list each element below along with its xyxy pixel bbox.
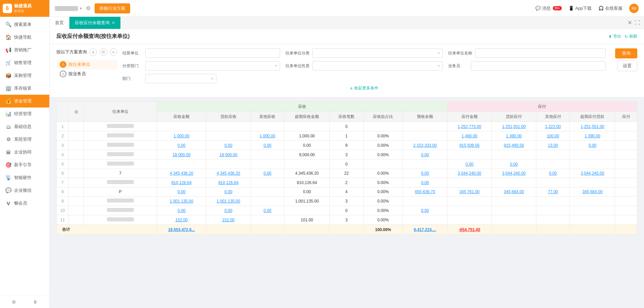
table-cell[interactable]: 0.00 bbox=[251, 141, 284, 150]
table-cell[interactable]: 0.00 bbox=[403, 178, 447, 187]
sidebar-item-system[interactable]: ⚙ 系统管理 bbox=[0, 133, 49, 146]
bumen-input[interactable]: ▾ bbox=[145, 74, 216, 83]
sidebar-item-purchase[interactable]: 📦 采购管理 bbox=[0, 69, 49, 82]
sidebar-item-hardware[interactable]: 📡 智能硬件 bbox=[0, 171, 49, 184]
tab-home[interactable]: 首页 bbox=[50, 17, 69, 29]
table-cell[interactable]: 18,000.00 bbox=[157, 150, 206, 160]
table-cell[interactable]: 0.00 bbox=[570, 141, 615, 150]
messages-btn[interactable]: 💬 消息 99+ bbox=[535, 5, 562, 11]
ywy-input[interactable]: ··· bbox=[471, 61, 606, 71]
table-cell[interactable]: 1,001,135.00 bbox=[157, 196, 206, 206]
jsdw-input[interactable]: ··· bbox=[145, 48, 280, 58]
tab-maximize-icon[interactable]: ⛶ bbox=[635, 20, 640, 26]
sidebar-item-guide[interactable]: 🎯 新手引导 bbox=[0, 159, 49, 171]
table-cell[interactable]: 13.00 bbox=[536, 141, 570, 150]
table-cell[interactable]: 1,001,135.00 bbox=[206, 196, 251, 206]
query-button[interactable]: 查询 bbox=[615, 48, 637, 58]
table-cell[interactable]: 3,044,240.00 bbox=[570, 169, 615, 178]
tab-close-all-icon[interactable]: ✕ bbox=[628, 19, 632, 26]
table-cell[interactable]: 345,684.00 bbox=[492, 187, 536, 196]
llxingzhi-input[interactable]: ▾ bbox=[312, 61, 443, 71]
table-cell[interactable]: 1,490.00 bbox=[447, 131, 491, 141]
table-cell[interactable]: 1,251,551.00 bbox=[492, 122, 536, 131]
table-cell[interactable]: 810,126.64 bbox=[206, 178, 251, 187]
sidebar-item-basic[interactable]: 🗂 基础信息 bbox=[0, 120, 49, 133]
table-cell[interactable]: 2,153,333.00 bbox=[403, 141, 447, 150]
filter-collapse-row[interactable]: ∧ 收起更多条件 bbox=[122, 83, 606, 93]
sidebar-item-quick[interactable]: 🏠 快捷导航 bbox=[0, 31, 49, 44]
filter-option-by-employee[interactable]: ⊙ 按业务员 bbox=[56, 69, 117, 79]
table-cell[interactable]: 915,495.56 bbox=[492, 141, 536, 150]
table-cell[interactable]: 0.00 bbox=[403, 169, 447, 178]
filter-settings-btn[interactable]: ⊙ bbox=[100, 48, 107, 56]
table-cell[interactable]: 655,636.75 bbox=[403, 187, 447, 196]
table-cell[interactable]: 915,508.56 bbox=[447, 141, 491, 150]
table-cell[interactable]: 100.00 bbox=[536, 131, 570, 141]
table-cell[interactable]: 0.00 bbox=[492, 160, 536, 169]
table-settings-btn[interactable]: ⚙ bbox=[72, 108, 80, 116]
filter-add-btn[interactable]: + bbox=[90, 48, 97, 56]
table-cell[interactable]: 345,761.00 bbox=[447, 187, 491, 196]
fgbm-input[interactable]: ▾ bbox=[145, 61, 280, 71]
table-cell[interactable]: 0.00 bbox=[251, 169, 284, 178]
table-cell[interactable]: 0.00 bbox=[157, 206, 206, 215]
sidebar-item-wechat[interactable]: 💬 企业微信 bbox=[0, 184, 49, 197]
table-cell[interactable]: 152.00 bbox=[206, 215, 251, 225]
table-cell[interactable]: 152.00 bbox=[157, 215, 206, 225]
collapse-footer-btn[interactable]: ⏸ bbox=[33, 299, 38, 305]
table-cell[interactable]: 0.00 bbox=[403, 150, 447, 160]
table-cell[interactable]: 4,345,436.20 bbox=[206, 169, 251, 178]
user-avatar[interactable]: Rit bbox=[629, 4, 639, 13]
app-download-btn[interactable]: 📱 App下载 bbox=[569, 5, 592, 11]
table-cell[interactable]: 1,390.00 bbox=[492, 131, 536, 141]
table-cell[interactable]: 0.00 bbox=[157, 187, 206, 196]
total-ysje[interactable]: 19,553,472,6... bbox=[157, 225, 206, 235]
table-cell[interactable]: 77.00 bbox=[536, 187, 570, 196]
sidebar-item-marketing[interactable]: 📢 营销推广 bbox=[0, 44, 49, 56]
sidebar-item-corp[interactable]: 🏛 企业协同 bbox=[0, 146, 49, 159]
filter-collapse-btn[interactable]: « bbox=[110, 48, 117, 56]
table-cell[interactable]: 18,000.00 bbox=[206, 150, 251, 160]
table-cell[interactable]: 0.00 bbox=[206, 206, 251, 215]
table-cell[interactable]: 1,252,773.00 bbox=[447, 122, 491, 131]
llname-input[interactable] bbox=[475, 48, 606, 58]
sidebar-item-inventory[interactable]: 🏢 库存核算 bbox=[0, 82, 49, 95]
table-cell[interactable]: 0.00 bbox=[403, 206, 447, 215]
table-cell[interactable]: 3,044,240.00 bbox=[492, 169, 536, 178]
sidebar-item-operations[interactable]: 📊 经营管理 bbox=[0, 107, 49, 120]
sidebar-item-finance[interactable]: 💰 资金管理 bbox=[0, 95, 49, 107]
export-button[interactable]: ⬆ 导出 bbox=[608, 34, 621, 39]
table-cell[interactable]: 1,390.00 bbox=[570, 131, 615, 141]
table-cell[interactable]: 0.00 bbox=[157, 141, 206, 150]
header-settings-icon[interactable]: ⚙ bbox=[86, 5, 91, 11]
refresh-button[interactable]: ↻ 刷新 bbox=[625, 34, 637, 39]
table-cell[interactable]: 3,044,240.00 bbox=[447, 169, 491, 178]
online-service-btn[interactable]: 🎧 在线客服 bbox=[598, 5, 623, 11]
table-cell[interactable]: 810,126.64 bbox=[157, 178, 206, 187]
table-cell[interactable]: 1,000.00 bbox=[157, 131, 206, 141]
tab-bar: 首页 应收应付余额查询 ✕ ✕ ⛶ bbox=[50, 17, 644, 29]
table-cell[interactable]: 0.00 bbox=[206, 187, 251, 196]
table-cell[interactable]: 1,251,551.00 bbox=[570, 122, 615, 131]
table-cell[interactable]: 4,345,436.20 bbox=[157, 169, 206, 178]
llfenlei-input[interactable]: ▾ bbox=[312, 48, 443, 58]
settings-footer-btn[interactable]: ⚙ bbox=[12, 299, 16, 305]
tab-close-icon[interactable]: ✕ bbox=[112, 20, 115, 25]
table-cell[interactable]: 0.00 bbox=[536, 169, 570, 178]
sidebar-item-sales[interactable]: 🛒 销售管理 bbox=[0, 56, 49, 69]
table-cell[interactable]: 1,000.00 bbox=[251, 131, 284, 141]
total-yfje[interactable]: -654,751.40 bbox=[447, 225, 491, 235]
sidebar-item-vip[interactable]: V 畅会员 bbox=[0, 197, 49, 210]
table-cell[interactable]: 0.00 bbox=[447, 160, 491, 169]
settings-small-button[interactable]: 设置 bbox=[617, 60, 637, 71]
tab-arquery[interactable]: 应收应付余额查询 ✕ bbox=[69, 17, 121, 29]
sidebar-item-search[interactable]: 🔍 搜索菜单 bbox=[0, 18, 49, 31]
filter-option-by-partner[interactable]: 人 按往来单位 bbox=[56, 60, 117, 69]
table-cell[interactable]: 1,222.00 bbox=[536, 122, 570, 131]
total-ysyue[interactable]: 6,417,215.... bbox=[403, 225, 447, 235]
table-cell[interactable]: 345,684.00 bbox=[570, 187, 615, 196]
table-cell[interactable]: 0.00 bbox=[251, 206, 284, 215]
table-cell[interactable]: 0.00 bbox=[206, 141, 251, 150]
page-title: 应收应付余额查询(按往来单位) bbox=[56, 33, 130, 44]
solution-button[interactable]: 体验行业方案 bbox=[95, 3, 130, 13]
